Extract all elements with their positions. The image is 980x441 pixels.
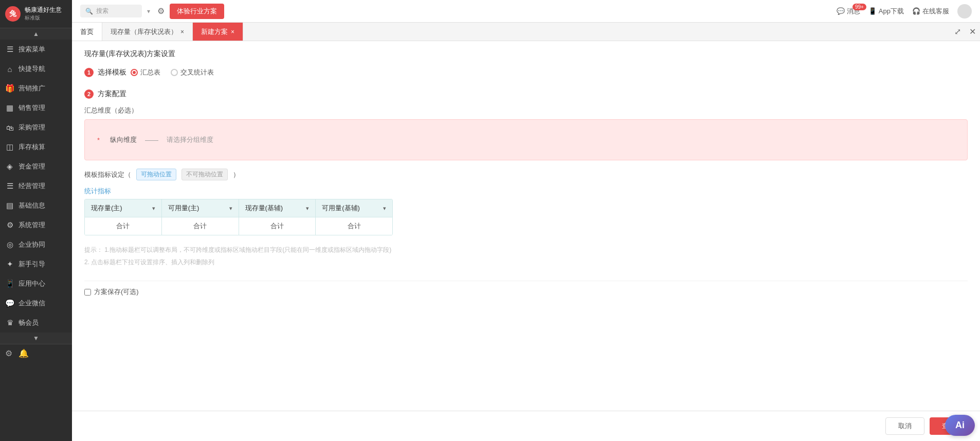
stats-col-1[interactable]: 可用量(主) ▾	[162, 199, 239, 217]
sidebar-item-label: 快捷导航	[19, 64, 45, 74]
service-label: 在线客服	[922, 7, 949, 16]
step2-badge: 2	[84, 89, 94, 99]
sidebar-item-finance[interactable]: ◈ 资金管理	[0, 157, 72, 176]
sidebar-item-label: 企业微信	[19, 299, 45, 308]
tips-section: 提示： 1.拖动标题栏可以调整布局，不可跨维度或指标区域拖动栏目字段(只能在同一…	[84, 244, 968, 268]
stats-table: 现存量(主) ▾ 可用量(主) ▾ 现存量(基辅) ▾ 可用量(基辅)	[84, 199, 393, 235]
business-icon: ☰	[5, 181, 14, 191]
sidebar-item-system[interactable]: ⚙ 系统管理	[0, 215, 72, 235]
sidebar-item-sales[interactable]: ▦ 销售管理	[0, 98, 72, 118]
sidebar-item-label: 搜索菜单	[19, 45, 45, 54]
message-button[interactable]: 💬 消息 99+	[837, 7, 860, 16]
topbar-search[interactable]: 🔍 搜索	[80, 5, 142, 17]
footer-save: 方案保存(可选)	[84, 281, 968, 297]
sidebar-item-business[interactable]: ☰ 经营管理	[0, 176, 72, 196]
marketing-icon: 🎁	[5, 84, 14, 93]
radio-cross-circle[interactable]	[171, 69, 178, 76]
sidebar-item-wechat[interactable]: 💬 企业微信	[0, 293, 72, 313]
step2-title: 方案配置	[98, 89, 126, 99]
sidebar-scroll-down[interactable]: ▼	[0, 333, 72, 344]
chevron-down-icon-1[interactable]: ▾	[229, 205, 232, 212]
stats-col-0[interactable]: 现存量(主) ▾	[85, 199, 162, 217]
inventory-icon: ◫	[5, 142, 14, 152]
stats-cell-3: 合计	[316, 217, 392, 235]
sidebar-item-label: 系统管理	[19, 220, 45, 230]
sidebar-item-label: 销售管理	[19, 103, 45, 113]
ai-button[interactable]: Ai	[945, 415, 975, 436]
purchase-icon: 🛍	[5, 123, 14, 132]
indicator-tag-non-draggable: 不可拖动位置	[182, 169, 228, 180]
stats-section: 统计指标 现存量(主) ▾ 可用量(主) ▾ 现存量(基辅)	[84, 187, 968, 235]
indicator-settings-suffix: ）	[233, 170, 240, 179]
sidebar-item-label: 企业协同	[19, 240, 45, 249]
bottom-bar: 取消 查询	[72, 411, 980, 441]
tab-new-scheme[interactable]: 新建方案 ×	[193, 23, 243, 41]
sound-icon[interactable]: 🔔	[19, 348, 29, 358]
sidebar-item-basic-info[interactable]: ▤ 基础信息	[0, 196, 72, 215]
indicator-tag-draggable: 可拖动位置	[136, 169, 176, 180]
radio-cross[interactable]: 交叉统计表	[171, 68, 214, 77]
sidebar-item-member[interactable]: ♛ 畅会员	[0, 313, 72, 333]
settings-icon[interactable]: ⚙	[5, 348, 12, 358]
message-icon: 💬	[837, 7, 845, 15]
chevron-down-icon[interactable]: ▾	[147, 8, 150, 15]
sidebar-item-beginner[interactable]: ✦ 新手引导	[0, 254, 72, 274]
dimension-box[interactable]: * 纵向维度 —— 请选择分组维度	[84, 119, 968, 160]
stats-col-2[interactable]: 现存量(基辅) ▾	[239, 199, 316, 217]
radio-summary-label: 汇总表	[140, 68, 160, 77]
dimension-placeholder[interactable]: 请选择分组维度	[167, 135, 213, 144]
sidebar-item-search-menu[interactable]: ☰ 搜索菜单	[0, 40, 72, 59]
step1-section: 1 选择模板 汇总表 交叉统计表	[84, 68, 968, 77]
sidebar-item-purchase[interactable]: 🛍 采购管理	[0, 118, 72, 137]
sidebar-item-label: 库存核算	[19, 142, 45, 152]
tab-inventory-close[interactable]: ×	[180, 28, 184, 35]
step1-badge: 1	[84, 68, 94, 77]
cancel-button[interactable]: 取消	[885, 417, 924, 435]
tab-home-label: 首页	[80, 27, 94, 36]
save-label: 方案保存(可选)	[94, 287, 139, 297]
sidebar-item-enterprise[interactable]: ◎ 企业协同	[0, 235, 72, 254]
stats-cell-1: 合计	[162, 217, 239, 235]
tab-home[interactable]: 首页	[72, 23, 102, 41]
chevron-down-icon-3[interactable]: ▾	[383, 205, 386, 212]
stats-col-3[interactable]: 可用量(基辅) ▾	[316, 199, 392, 217]
logo-icon: 兔	[5, 6, 21, 22]
trial-button[interactable]: 体验行业方案	[170, 4, 224, 19]
stats-col-2-label: 现存量(基辅)	[245, 204, 283, 213]
expand-icon[interactable]: ⤢	[950, 27, 965, 36]
sidebar-scroll-up[interactable]: ▲	[0, 28, 72, 40]
topbar-settings-icon[interactable]: ⚙	[157, 6, 165, 16]
user-avatar[interactable]	[957, 4, 972, 19]
quick-nav-icon: ⌂	[5, 64, 14, 74]
search-placeholder: 搜索	[96, 7, 108, 15]
indicator-settings: 模板指标设定（ 可拖动位置 不可拖动位置 ）	[84, 169, 968, 180]
main-area: 🔍 搜索 ▾ ⚙ 体验行业方案 💬 消息 99+ 📱 App下载 🎧 在线客服	[72, 0, 980, 441]
app-label: App下载	[879, 7, 904, 16]
tab-inventory[interactable]: 现存量（库存状况表） ×	[102, 23, 193, 41]
sidebar-item-quick-nav[interactable]: ⌂ 快捷导航	[0, 59, 72, 79]
dimension-inner: * 纵向维度 —— 请选择分组维度	[97, 135, 213, 144]
radio-summary[interactable]: 汇总表	[131, 68, 160, 77]
topbar-right: 💬 消息 99+ 📱 App下载 🎧 在线客服	[837, 4, 972, 19]
indicator-settings-label: 模板指标设定（	[84, 170, 131, 179]
stats-col-1-label: 可用量(主)	[168, 204, 199, 213]
sidebar-item-app-center[interactable]: 📱 应用中心	[0, 274, 72, 293]
chevron-down-icon-2[interactable]: ▾	[306, 205, 309, 212]
close-tab-icon[interactable]: ✕	[965, 27, 980, 36]
sidebar-item-label: 基础信息	[19, 201, 45, 210]
chevron-down-icon-0[interactable]: ▾	[152, 205, 155, 212]
radio-summary-circle[interactable]	[131, 69, 138, 76]
sidebar-item-inventory[interactable]: ◫ 库存核算	[0, 137, 72, 157]
radio-cross-label: 交叉统计表	[180, 68, 214, 77]
app-center-icon: 📱	[5, 279, 14, 288]
sidebar-item-label: 应用中心	[19, 279, 45, 288]
service-button[interactable]: 🎧 在线客服	[912, 7, 949, 16]
app-download-button[interactable]: 📱 App下载	[868, 7, 904, 16]
headset-icon: 🎧	[912, 7, 920, 15]
sidebar-item-label: 新手引导	[19, 260, 45, 269]
save-checkbox[interactable]	[84, 289, 91, 296]
tip-1: 提示： 1.拖动标题栏可以调整布局，不可跨维度或指标区域拖动栏目字段(只能在同一…	[84, 244, 968, 256]
system-icon: ⚙	[5, 220, 14, 230]
sidebar-item-marketing[interactable]: 🎁 营销推广	[0, 79, 72, 98]
tab-new-scheme-close[interactable]: ×	[231, 28, 234, 35]
